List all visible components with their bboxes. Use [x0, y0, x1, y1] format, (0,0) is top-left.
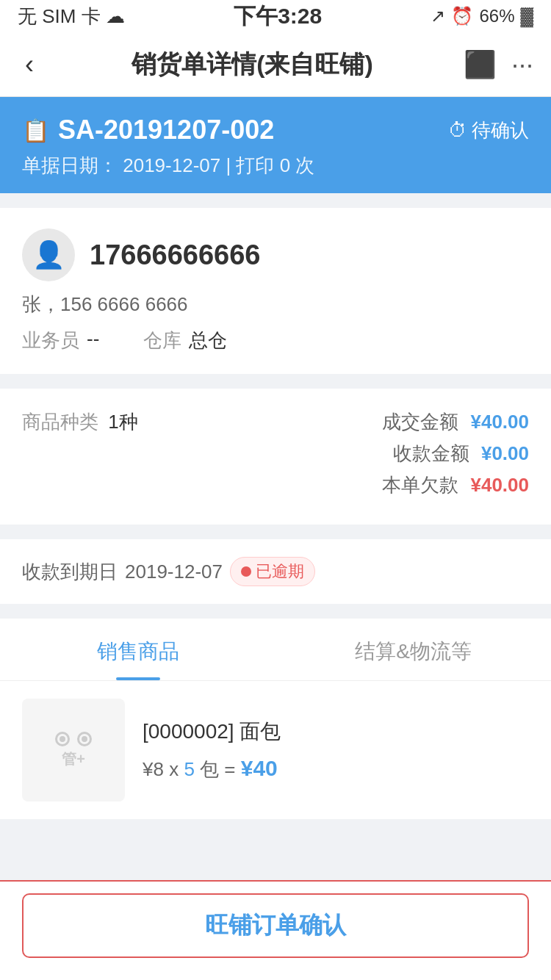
sales-meta: 业务员 -- [22, 328, 99, 353]
owed-label: 本单欠款 [382, 472, 458, 498]
warehouse-value: 总仓 [189, 328, 227, 353]
product-code: [0000002] [143, 720, 234, 743]
more-icon[interactable]: ··· [511, 49, 533, 80]
total-price: ¥40 [241, 756, 278, 780]
overdue-dot-icon [241, 566, 251, 577]
received-row: 收款金额 ¥0.00 [382, 441, 529, 466]
product-type-label: 商品种类 [22, 411, 98, 433]
owed-row: 本单欠款 ¥40.00 [382, 472, 529, 498]
confirm-order-button[interactable]: 旺铺订单确认 [22, 893, 529, 958]
print-label: | 打印 [226, 154, 274, 176]
received-label: 收款金额 [393, 441, 469, 466]
status-right: ↗ ⏰ 66% ▓ [431, 6, 533, 26]
due-section: 收款到期日 2019-12-07 已逾期 [0, 539, 551, 604]
product-info: [0000002] 面包 ¥8 x 5 包 = ¥40 [143, 718, 529, 782]
times-symbol: x [169, 758, 179, 780]
share-icon[interactable]: ⬛ [464, 49, 497, 80]
product-price: ¥8 x 5 包 = ¥40 [143, 756, 529, 782]
customer-phone: 17666666666 [90, 239, 260, 271]
product-logo: 管+ [22, 699, 125, 801]
order-icon: 📋 [22, 118, 49, 143]
summary-right: 成交金额 ¥40.00 收款金额 ¥0.00 本单欠款 ¥40.00 [382, 409, 529, 504]
summary-left: 商品种类 1种 [22, 409, 138, 435]
product-type-value: 1种 [108, 411, 137, 433]
status-time: 下午3:28 [234, 1, 322, 32]
owl-text: 管+ [62, 749, 85, 769]
order-id: 📋 SA-20191207-002 [22, 115, 274, 145]
summary-section: 商品种类 1种 成交金额 ¥40.00 收款金额 ¥0.00 本单欠款 ¥40.… [0, 389, 551, 525]
back-button[interactable]: ‹ [18, 42, 41, 87]
warehouse-label: 仓库 [143, 328, 181, 353]
battery-icon: ▓ [521, 6, 534, 26]
avatar-icon: 👤 [32, 239, 65, 270]
status-text: 待确认 [472, 118, 529, 143]
print-count: 0 [280, 154, 290, 176]
transaction-value: ¥40.00 [470, 411, 529, 433]
print-suffix: 次 [295, 154, 314, 176]
order-header-top: 📋 SA-20191207-002 ⏱ 待确认 [22, 115, 529, 145]
transaction-row: 成交金额 ¥40.00 [382, 409, 529, 435]
overdue-badge: 已逾期 [230, 557, 315, 586]
status-bar: 无 SIM 卡 ☁ 下午3:28 ↗ ⏰ 66% ▓ [0, 0, 551, 32]
warehouse-meta: 仓库 总仓 [143, 328, 227, 353]
page-title: 销货单详情(来自旺铺) [41, 48, 464, 82]
product-image: 管+ [22, 699, 125, 801]
customer-section: 👤 17666666666 张，156 6666 6666 业务员 -- 仓库 … [0, 208, 551, 374]
date-value: 2019-12-07 [123, 154, 220, 176]
product-title: 面包 [240, 720, 281, 743]
product-item: 管+ [0000002] 面包 ¥8 x 5 包 = ¥40 [0, 681, 551, 819]
date-label: 单据日期： [22, 154, 118, 176]
avatar: 👤 [22, 228, 75, 281]
order-header: 📋 SA-20191207-002 ⏱ 待确认 单据日期： 2019-12-07… [0, 97, 551, 193]
nav-bar: ‹ 销货单详情(来自旺铺) ⬛ ··· [0, 32, 551, 97]
product-section: 管+ [0000002] 面包 ¥8 x 5 包 = ¥40 [0, 681, 551, 819]
owl-eye-left [55, 732, 70, 746]
received-value: ¥0.00 [481, 442, 529, 465]
quantity: 5 [184, 758, 194, 780]
battery-status: 66% [479, 6, 514, 26]
bottom-bar: 旺铺订单确认 [0, 880, 551, 980]
location-icon: ↗ [431, 6, 445, 26]
product-name: [0000002] 面包 [143, 718, 529, 746]
due-date: 2019-12-07 [125, 561, 223, 583]
due-label: 收款到期日 [22, 559, 118, 585]
order-status: ⏱ 待确认 [448, 118, 529, 143]
overdue-text: 已逾期 [256, 561, 304, 583]
owed-value: ¥40.00 [470, 474, 529, 497]
tabs: 销售商品 结算&物流等 [0, 619, 551, 681]
order-id-text: SA-20191207-002 [58, 115, 274, 145]
status-clock-icon: ⏱ [448, 119, 467, 142]
sales-label: 业务员 [22, 328, 79, 353]
customer-meta: 业务员 -- 仓库 总仓 [22, 328, 529, 353]
sales-value: -- [87, 328, 99, 353]
customer-name: 张，156 6666 6666 [22, 292, 529, 317]
order-date: 单据日期： 2019-12-07 | 打印 0 次 [22, 153, 529, 179]
equals-symbol: = [224, 758, 235, 780]
alarm-icon: ⏰ [451, 6, 473, 26]
owl-eye-right [77, 732, 92, 746]
unit-price: ¥8 [143, 758, 164, 780]
transaction-label: 成交金额 [382, 409, 458, 435]
tab-settlement[interactable]: 结算&物流等 [276, 619, 551, 680]
nav-actions: ⬛ ··· [464, 49, 533, 80]
status-left: 无 SIM 卡 ☁ [18, 4, 125, 29]
owl-eyes [55, 732, 92, 746]
customer-top: 👤 17666666666 [22, 228, 529, 281]
tab-sales-products[interactable]: 销售商品 [0, 619, 276, 680]
sim-status: 无 SIM 卡 ☁ [18, 4, 125, 29]
unit: 包 [200, 758, 219, 780]
